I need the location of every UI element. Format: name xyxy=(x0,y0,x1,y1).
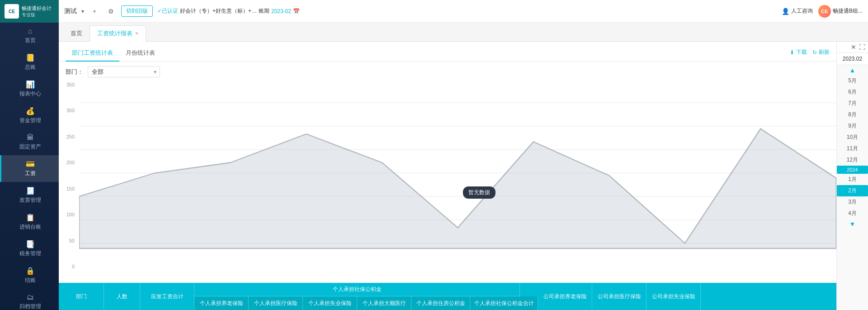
sidebar-item-label: 固定资产 xyxy=(19,143,41,151)
month-11[interactable]: 11月 xyxy=(837,143,868,154)
funds-icon: 💰 xyxy=(26,107,35,115)
th-company-pension: 公司承担养老保险 xyxy=(538,283,592,310)
y-label-250: 250 xyxy=(59,134,77,139)
y-label-100: 100 xyxy=(59,212,77,217)
th-individual-major-medical: 个人承担大额医疗 xyxy=(357,296,411,310)
tab-home[interactable]: 首页 xyxy=(63,26,90,41)
sidebar-item-label: 归档管理 xyxy=(19,303,41,310)
month-3[interactable]: 3月 xyxy=(837,196,868,208)
month-4[interactable]: 4月 xyxy=(837,208,868,219)
tab-close-icon[interactable]: × xyxy=(135,30,138,37)
sidebar-item-reports[interactable]: 📊报表中心 xyxy=(0,76,59,102)
sidebar-item-home[interactable]: ⌂首页 xyxy=(0,23,59,49)
panel-expand-icon[interactable]: ⛶ xyxy=(859,43,865,51)
th-dept: 部门 xyxy=(59,283,104,310)
download-btn[interactable]: ⬇ 下载 xyxy=(790,48,807,56)
sidebar: CE 畅捷通好会计 专业版 ⌂首页📒总账📊报表中心💰资金管理🏛固定资产💳工资🧾发… xyxy=(0,0,59,310)
month-2[interactable]: 2月 xyxy=(837,185,868,196)
tax-icon: 📑 xyxy=(26,240,35,248)
salary-icon: 💳 xyxy=(26,160,35,168)
scroll-down-btn[interactable]: ▼ xyxy=(848,219,857,229)
sidebar-item-ledger[interactable]: 📒总账 xyxy=(0,49,59,76)
chart-wrapper: 0 50 100 150 200 250 300 350 xyxy=(59,82,836,283)
sidebar-item-invoice[interactable]: 🧾发票管理 xyxy=(0,182,59,209)
th-individual-housing: 个人承担住房公积金 xyxy=(411,296,470,310)
month-8[interactable]: 8月 xyxy=(837,109,868,120)
th-count: 人数 xyxy=(104,283,140,310)
filter-row: 部门： 全部 销售部 技术部 财务部 行政部 ▾ xyxy=(59,62,836,82)
th-individual-unemployment: 个人承担失业保险 xyxy=(303,296,357,310)
switch-old-btn[interactable]: 切到旧版 xyxy=(121,5,153,17)
dept-select-wrapper: 全部 销售部 技术部 财务部 行政部 ▾ xyxy=(88,66,160,77)
y-label-350: 350 xyxy=(59,82,77,87)
scroll-up-btn[interactable]: ▲ xyxy=(848,65,857,75)
topbar: 测试 ▾ ＋ ⚙ 切到旧版 ✓已认证 好会计（专）+好生意（标）+… 账期 20… xyxy=(59,0,868,23)
sidebar-item-closing[interactable]: 🔒结账 xyxy=(0,262,59,289)
sidebar-item-label: 结账 xyxy=(25,277,36,284)
archive-icon: 🗂 xyxy=(27,293,34,301)
chart-svg xyxy=(79,82,836,269)
y-label-150: 150 xyxy=(59,186,77,191)
th-individual-pension: 个人承担养老保险 xyxy=(194,296,249,310)
sidebar-item-assets[interactable]: 🏛固定资产 xyxy=(0,129,59,155)
ai-consult-btn[interactable]: 👤 人工咨询 xyxy=(782,7,813,15)
month-9[interactable]: 9月 xyxy=(837,120,868,132)
app-logo: CE 畅捷通好会计 专业版 xyxy=(0,0,59,23)
sidebar-item-salary[interactable]: 💳工资 xyxy=(0,155,59,182)
sidebar-nav: ⌂首页📒总账📊报表中心💰资金管理🏛固定资产💳工资🧾发票管理📋进销台账📑税务管理🔒… xyxy=(0,23,59,310)
refresh-icon: ↻ xyxy=(812,49,817,56)
company-dropdown-icon[interactable]: ▾ xyxy=(81,8,84,14)
y-label-200: 200 xyxy=(59,160,77,165)
reports-icon: 📊 xyxy=(26,80,35,89)
certified-badge: ✓已认证 好会计（专）+好生意（标）+… 账期 2023-02 📅 xyxy=(157,7,300,15)
logo-icon: CE xyxy=(5,4,19,19)
th-company-medical: 公司承担医疗保险 xyxy=(592,283,646,310)
right-panel: ✕ ⛶ 2023.02 ▲ 5月 6月 7月 8月 9月 10月 11月 12月… xyxy=(836,42,868,310)
tabs-bar: 首页 工资统计报表 × xyxy=(59,23,868,42)
panel-close-icon[interactable]: ✕ xyxy=(851,43,856,51)
refresh-btn[interactable]: ↻ 刷新 xyxy=(812,48,830,56)
th-individual-medical: 个人承担医疗保险 xyxy=(249,296,303,310)
y-label-50: 50 xyxy=(59,238,77,243)
table-area: 部门 人数 应发工资合计 个人承担社保公积金 个人承担养老保险 xyxy=(59,283,836,310)
sub-tab-monthly[interactable]: 月份统计表 xyxy=(119,46,161,62)
sidebar-item-label: 资金管理 xyxy=(19,117,41,124)
add-btn[interactable]: ＋ xyxy=(89,5,100,17)
main-area: 测试 ▾ ＋ ⚙ 切到旧版 ✓已认证 好会计（专）+好生意（标）+… 账期 20… xyxy=(59,0,868,310)
panel-controls: ✕ ⛶ xyxy=(837,42,868,53)
sidebar-item-label: 发票管理 xyxy=(19,196,41,204)
dept-select[interactable]: 全部 销售部 技术部 财务部 行政部 xyxy=(88,66,160,77)
month-10[interactable]: 10月 xyxy=(837,132,868,143)
dept-filter-label: 部门： xyxy=(66,68,83,76)
month-12[interactable]: 12月 xyxy=(837,154,868,166)
topbar-right: 👤 人工咨询 CE 畅捷通B组... xyxy=(782,5,863,18)
tab-salary-report[interactable]: 工资统计报表 × xyxy=(90,25,146,42)
th-total-salary: 应发工资合计 xyxy=(140,283,194,310)
sidebar-item-sales[interactable]: 📋进销台账 xyxy=(0,209,59,235)
sidebar-item-label: 报表中心 xyxy=(19,90,41,98)
y-label-0: 0 xyxy=(59,264,77,269)
th-individual-total: 个人承担社保公积金合计 xyxy=(470,296,538,310)
assets-icon: 🏛 xyxy=(27,134,34,142)
month-1[interactable]: 1月 xyxy=(837,174,868,185)
sidebar-item-tax[interactable]: 📑税务管理 xyxy=(0,235,59,262)
sidebar-item-label: 工资 xyxy=(25,170,36,177)
sub-tabs: 部门工资统计表 月份统计表 ⬇ 下载 ↻ 刷新 xyxy=(59,42,836,62)
settings-btn[interactable]: ⚙ xyxy=(105,5,117,17)
sidebar-item-label: 总账 xyxy=(25,63,36,71)
closing-icon: 🔒 xyxy=(26,267,35,275)
year-display: 2023.02 xyxy=(837,53,868,65)
current-year-label: 2024 xyxy=(837,166,868,174)
user-menu[interactable]: CE 畅捷通B组... xyxy=(818,5,863,18)
y-label-300: 300 xyxy=(59,108,77,113)
th-group: 个人承担社保公积金 个人承担养老保险 个人承担医疗保险 个人承担失业保险 个人承… xyxy=(194,283,538,310)
sidebar-item-funds[interactable]: 💰资金管理 xyxy=(0,102,59,129)
sub-tab-actions: ⬇ 下载 ↻ 刷新 xyxy=(790,48,830,59)
sub-tab-dept[interactable]: 部门工资统计表 xyxy=(66,46,119,62)
month-5[interactable]: 5月 xyxy=(837,75,868,86)
content-area: 部门工资统计表 月份统计表 ⬇ 下载 ↻ 刷新 xyxy=(59,42,868,310)
chart-tooltip: 暂无数据 xyxy=(463,186,495,199)
month-7[interactable]: 7月 xyxy=(837,98,868,109)
sidebar-item-archive[interactable]: 🗂归档管理 xyxy=(0,289,59,310)
month-6[interactable]: 6月 xyxy=(837,86,868,98)
